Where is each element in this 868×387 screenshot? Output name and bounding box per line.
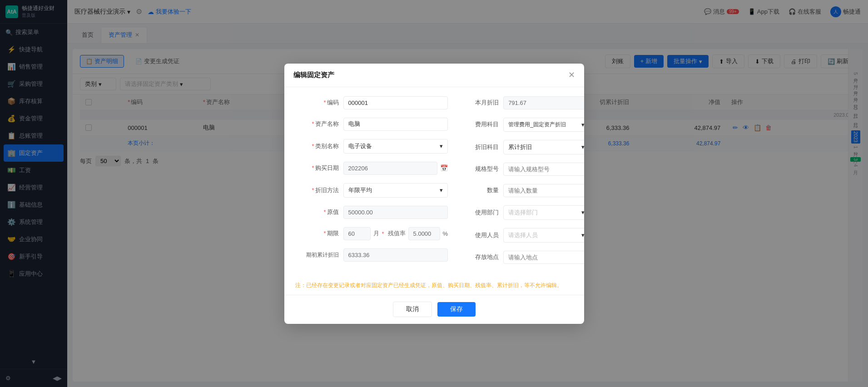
modal-close-btn[interactable]: ✕ <box>568 71 575 79</box>
person-placeholder: 请选择人员 <box>508 231 538 239</box>
depreciation-subject-label: 折旧科目 <box>462 143 503 151</box>
original-value-label: *原值 <box>303 208 343 216</box>
quantity-label: 数量 <box>462 186 503 194</box>
period-residual-row: *期限 月 * 残值率 % <box>303 227 448 240</box>
residual-rate-input[interactable] <box>408 227 440 240</box>
depreciation-method-label: *折旧方法 <box>303 186 343 194</box>
depreciation-subject-value: 累计折旧 <box>508 143 532 151</box>
chevron-down-icon: ▾ <box>581 144 584 150</box>
monthly-depreciation-row: 本月折旧 <box>462 96 584 109</box>
person-label: 使用人员 <box>462 231 503 239</box>
modal-header: 编辑固定资产 ✕ <box>284 64 584 87</box>
location-label: 存放地点 <box>462 253 503 261</box>
depreciation-subject-row: 折旧科目 累计折旧 ▾ <box>462 140 584 154</box>
period-residual-group: 月 * 残值率 % <box>343 227 448 240</box>
expense-subject-value: 管理费用_固定资产折旧 <box>508 121 566 129</box>
modal-footer: 取消 保存 <box>284 295 584 324</box>
chevron-down-icon: ▾ <box>581 209 584 216</box>
accum-depreciation-label: 期初累计折旧 <box>303 251 343 259</box>
accum-depreciation-row: 期初累计折旧 <box>303 248 448 262</box>
category-select[interactable]: 电子设备 ▾ <box>343 139 448 154</box>
department-select[interactable]: 请选择部门 ▾ <box>503 205 584 220</box>
modal-note: 注：已经存在变更记录或者对应固定资产已经生成凭证，原值、购买日期、残值率、累计折… <box>284 281 584 295</box>
chevron-down-icon: ▾ <box>440 143 443 149</box>
purchase-date-label: *购买日期 <box>303 164 343 172</box>
original-value-input[interactable] <box>343 206 448 219</box>
period-input[interactable] <box>343 227 371 240</box>
calendar-icon[interactable]: 📅 <box>440 164 448 172</box>
spec-row: 规格型号 <box>462 163 584 176</box>
residual-rate-label: 残值率 <box>388 229 406 238</box>
purchase-date-row: *购买日期 📅 <box>303 162 448 175</box>
modal-overlay: 编辑固定资产 ✕ *编码 *资产名称 <box>0 0 868 387</box>
residual-rate-unit: % <box>443 230 448 237</box>
depreciation-subject-select[interactable]: 累计折旧 ▾ <box>503 140 584 154</box>
cancel-button[interactable]: 取消 <box>393 302 432 317</box>
location-input[interactable] <box>503 251 584 264</box>
spec-label: 规格型号 <box>462 165 503 173</box>
accum-depreciation-input[interactable] <box>343 248 448 262</box>
person-row: 使用人员 请选择人员 ▾ <box>462 228 584 243</box>
period-label: *期限 <box>303 229 343 238</box>
original-value-row: *原值 <box>303 206 448 219</box>
chevron-down-icon: ▾ <box>581 121 584 128</box>
save-button[interactable]: 保存 <box>437 302 476 317</box>
expense-subject-select[interactable]: 管理费用_固定资产折旧 ▾ <box>503 118 584 132</box>
depreciation-method-value: 年限平均 <box>348 186 372 194</box>
quantity-row: 数量 <box>462 184 584 197</box>
quantity-input[interactable] <box>503 184 584 197</box>
form-col-right: 本月折旧 费用科目 管理费用_固定资产折旧 ▾ 折旧科目 <box>455 96 584 272</box>
monthly-depreciation-label: 本月折旧 <box>462 99 503 107</box>
asset-name-input[interactable] <box>343 118 448 131</box>
purchase-date-group: 📅 <box>343 162 448 175</box>
category-row: *类别名称 电子设备 ▾ <box>303 139 448 154</box>
spec-input[interactable] <box>503 163 584 176</box>
department-placeholder: 请选择部门 <box>508 208 538 217</box>
depreciation-method-row: *折旧方法 年限平均 ▾ <box>303 183 448 198</box>
code-label: *编码 <box>303 99 343 107</box>
depreciation-method-select[interactable]: 年限平均 ▾ <box>343 183 448 198</box>
department-label: 使用部门 <box>462 208 503 217</box>
expense-subject-label: 费用科目 <box>462 120 503 129</box>
form-col-left: *编码 *资产名称 *类别名称 <box>295 96 456 272</box>
code-row: *编码 <box>303 96 448 109</box>
category-value: 电子设备 <box>348 142 372 150</box>
edit-asset-modal: 编辑固定资产 ✕ *编码 *资产名称 <box>284 64 584 324</box>
modal-title: 编辑固定资产 <box>293 71 334 79</box>
location-row: 存放地点 <box>462 251 584 264</box>
purchase-date-input[interactable] <box>343 162 438 175</box>
monthly-depreciation-input <box>503 96 584 109</box>
person-select[interactable]: 请选择人员 ▾ <box>503 228 584 243</box>
modal-body: *编码 *资产名称 *类别名称 <box>284 87 584 281</box>
code-input[interactable] <box>343 96 448 109</box>
period-unit: 月 <box>373 229 379 238</box>
asset-name-row: *资产名称 <box>303 118 448 131</box>
department-row: 使用部门 请选择部门 ▾ <box>462 205 584 220</box>
form-grid: *编码 *资产名称 *类别名称 <box>295 96 573 272</box>
asset-name-label: *资产名称 <box>303 120 343 128</box>
chevron-down-icon: ▾ <box>581 232 584 238</box>
category-label: *类别名称 <box>303 142 343 150</box>
chevron-down-icon: ▾ <box>440 187 443 194</box>
expense-subject-row: 费用科目 管理费用_固定资产折旧 ▾ <box>462 118 584 132</box>
